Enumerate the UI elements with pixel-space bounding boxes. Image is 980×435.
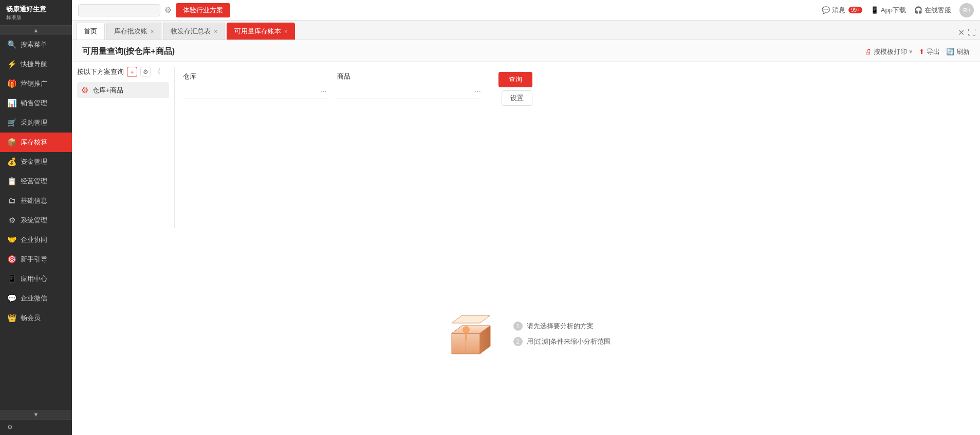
- sidebar-item-wechat[interactable]: 💬企业微信: [0, 289, 72, 308]
- message-icon: 💬: [822, 6, 830, 14]
- app-center-icon: 📱: [7, 274, 16, 283]
- app-icon: 📱: [871, 6, 879, 14]
- tab-summary[interactable]: 收发存汇总表×: [163, 23, 225, 40]
- close-tab-available[interactable]: ×: [284, 28, 287, 34]
- search-input[interactable]: [78, 4, 160, 16]
- message-button[interactable]: 💬 消息 99+: [822, 6, 862, 15]
- sidebar-label-basic-info: 基础信息: [21, 196, 47, 205]
- sidebar-item-app-center[interactable]: 📱应用中心: [0, 269, 72, 289]
- scheme-label: 仓库+商品: [93, 86, 123, 95]
- setting-button[interactable]: 设置: [502, 90, 532, 106]
- main-content: ⚙ 体验行业方案 💬 消息 99+ 📱 App下载 🎧 在线客服 Rit: [72, 0, 980, 435]
- field-input-goods[interactable]: ···: [337, 84, 481, 99]
- export-button[interactable]: ⬆导出: [919, 47, 940, 56]
- print-label: 按模板打印: [874, 47, 907, 56]
- svg-marker-3: [452, 315, 490, 323]
- sidebar-label-wechat: 企业微信: [21, 294, 47, 303]
- scheme-item[interactable]: ⚙ 仓库+商品: [77, 82, 169, 98]
- message-badge: 99+: [848, 7, 862, 13]
- tab-label-batch: 库存批次账: [114, 27, 147, 36]
- sidebar-menu: 🔍搜索菜单⚡快捷导航🎁营销推广📊销售管理🛒采购管理📦库存核算💰资金管理📋经营管理…: [0, 35, 72, 410]
- hint-item-1: 1请先选择要分析的方案: [513, 321, 611, 331]
- settings-icon: ⚙: [7, 424, 13, 431]
- message-label: 消息: [832, 6, 845, 15]
- user-menu[interactable]: Rit: [959, 3, 974, 17]
- close-tab-batch[interactable]: ×: [151, 28, 154, 34]
- marketing-promo-icon: 🎁: [7, 79, 16, 88]
- field-value-warehouse: [183, 87, 189, 96]
- settings-scheme-button[interactable]: ⚙: [140, 67, 151, 77]
- refresh-label: 刷新: [956, 47, 970, 56]
- sidebar-label-inventory: 库存核算: [21, 138, 47, 147]
- query-button[interactable]: 查询: [498, 72, 532, 87]
- field-label-goods: 商品: [337, 72, 481, 81]
- field-input-warehouse[interactable]: ···: [183, 84, 327, 99]
- print-button[interactable]: 🖨按模板打印▾: [865, 47, 913, 56]
- sidebar-item-enterprise[interactable]: 🤝企业协同: [0, 230, 72, 250]
- sidebar-item-shortcut[interactable]: ⚡快捷导航: [0, 54, 72, 74]
- print-dropdown-icon[interactable]: ▾: [909, 48, 913, 55]
- empty-hints: 1请先选择要分析的方案2用[过滤]条件来缩小分析范围: [513, 321, 611, 346]
- hint-item-2: 2用[过滤]条件来缩小分析范围: [513, 337, 611, 346]
- system-icon: ⚙: [7, 216, 16, 225]
- tab-home[interactable]: 首页: [76, 23, 105, 40]
- online-service-button[interactable]: 🎧 在线客服: [914, 6, 951, 15]
- tab-available[interactable]: 可用量库存账本×: [227, 23, 295, 40]
- close-tab-summary[interactable]: ×: [214, 28, 217, 34]
- sidebar-label-search: 搜索菜单: [21, 40, 47, 49]
- page-header-actions: 🖨按模板打印▾⬆导出🔄刷新: [865, 47, 970, 56]
- add-scheme-button[interactable]: ＋: [127, 67, 137, 77]
- collapse-icon[interactable]: 《: [154, 67, 161, 77]
- hint-num-2: 2: [513, 337, 523, 346]
- sidebar-scroll-down[interactable]: ▼: [0, 410, 72, 419]
- tabbar: 首页库存批次账×收发存汇总表×可用量库存账本× ✕ ⛶: [72, 21, 980, 40]
- operations-icon: 📋: [7, 177, 16, 186]
- brand-sub: 标准版: [6, 14, 66, 21]
- sidebar-item-inventory[interactable]: 📦库存核算: [0, 133, 72, 152]
- sidebar-label-shortcut: 快捷导航: [21, 60, 47, 69]
- hint-num-1: 1: [513, 321, 523, 331]
- sidebar-item-guide[interactable]: 🎯新手引导: [0, 250, 72, 269]
- basic-info-icon: 🗂: [7, 196, 16, 205]
- gear-icon[interactable]: ⚙: [164, 5, 172, 15]
- sidebar: 畅康通好生意 标准版 ▲ 🔍搜索菜单⚡快捷导航🎁营销推广📊销售管理🛒采购管理📦库…: [0, 0, 72, 435]
- close-tab-icon[interactable]: ✕: [958, 28, 965, 37]
- purchase-icon: 🛒: [7, 118, 16, 127]
- tab-batch[interactable]: 库存批次账×: [106, 23, 161, 40]
- sidebar-item-operations[interactable]: 📋经营管理: [0, 172, 72, 191]
- sidebar-footer[interactable]: ⚙: [0, 419, 72, 435]
- sidebar-item-system[interactable]: ⚙系统管理: [0, 211, 72, 230]
- user-name: Rit: [963, 7, 970, 13]
- field-more-goods[interactable]: ···: [474, 87, 481, 96]
- topbar-left: ⚙ 体验行业方案: [78, 3, 818, 17]
- refresh-button[interactable]: 🔄刷新: [946, 47, 970, 56]
- schemes-label: 按以下方案查询: [77, 67, 124, 77]
- sidebar-item-member[interactable]: 👑畅会员: [0, 308, 72, 328]
- sidebar-scroll-up[interactable]: ▲: [0, 26, 72, 35]
- sidebar-label-purchase: 采购管理: [21, 118, 47, 127]
- shortcut-icon: ⚡: [7, 60, 16, 69]
- expand-icon[interactable]: ⛶: [968, 28, 976, 37]
- sidebar-item-finance[interactable]: 💰资金管理: [0, 152, 72, 172]
- tab-label-available: 可用量库存账本: [234, 27, 281, 36]
- field-more-warehouse[interactable]: ···: [320, 87, 327, 96]
- sidebar-item-marketing-promo[interactable]: 🎁营销推广: [0, 74, 72, 93]
- sidebar-item-sales[interactable]: 📊销售管理: [0, 93, 72, 113]
- topbar-right: 💬 消息 99+ 📱 App下载 🎧 在线客服 Rit: [822, 3, 974, 17]
- sidebar-item-purchase[interactable]: 🛒采购管理: [0, 113, 72, 133]
- app-download-button[interactable]: 📱 App下载: [871, 6, 906, 15]
- tabbar-actions: ✕ ⛶: [958, 28, 976, 40]
- sidebar-item-search[interactable]: 🔍搜索菜单: [0, 35, 72, 54]
- sidebar-item-basic-info[interactable]: 🗂基础信息: [0, 191, 72, 211]
- sidebar-label-enterprise: 企业协同: [21, 235, 47, 244]
- query-left-panel: 按以下方案查询 ＋ ⚙ 《 ⚙ 仓库+商品: [72, 67, 175, 228]
- sales-icon: 📊: [7, 99, 16, 108]
- tab-label-home: 首页: [84, 27, 97, 36]
- sidebar-label-sales: 销售管理: [21, 99, 47, 108]
- query-button-area: 查询 设置: [491, 67, 532, 106]
- service-icon: 🎧: [914, 6, 922, 14]
- svg-point-4: [463, 326, 470, 333]
- trial-button[interactable]: 体验行业方案: [176, 3, 230, 17]
- hint-text-2: 用[过滤]条件来缩小分析范围: [527, 337, 611, 346]
- topbar: ⚙ 体验行业方案 💬 消息 99+ 📱 App下载 🎧 在线客服 Rit: [72, 0, 980, 21]
